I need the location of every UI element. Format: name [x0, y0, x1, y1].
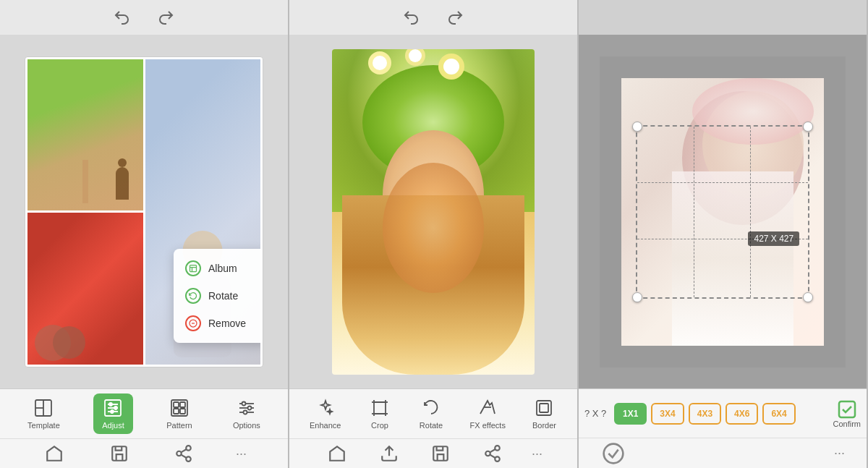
panel3-toolbar: ? X ? 1X1 3X4 4X3 4X6 6X4 Confirm [579, 388, 867, 468]
collage-cell-kid[interactable]: Album Rotate [145, 59, 261, 365]
svg-point-41 [486, 451, 491, 456]
enhance-label: Enhance [310, 421, 341, 430]
home-button[interactable] [41, 441, 67, 467]
save-button[interactable] [106, 441, 132, 467]
panel1-nav [0, 0, 288, 35]
album-icon [185, 260, 201, 276]
template-label: Template [27, 421, 60, 430]
panel2-bottom: ··· [289, 438, 577, 468]
options-tool[interactable]: Options [226, 393, 268, 434]
save-button-2[interactable] [427, 441, 454, 467]
svg-point-8 [114, 407, 117, 409]
svg-point-9 [111, 410, 114, 413]
home-button-2[interactable] [324, 441, 350, 467]
svg-point-40 [495, 446, 501, 451]
template-tool[interactable]: Template [20, 393, 67, 434]
panel1-toolbar: Template Adjust [0, 388, 288, 468]
ratio-3x4[interactable]: 3X4 [651, 403, 684, 425]
pattern-label: Pattern [166, 421, 192, 430]
fx-tool[interactable]: FX effects [463, 393, 513, 434]
undo-button-2[interactable] [399, 6, 422, 29]
ratio-4x6[interactable]: 4X6 [726, 403, 758, 425]
panel2-tools: Enhance Crop [289, 389, 577, 438]
crop-handle-tr[interactable] [803, 122, 813, 132]
panel-1: Album Rotate [0, 0, 289, 468]
svg-rect-13 [174, 409, 179, 414]
context-menu-remove[interactable]: Remove [174, 310, 260, 337]
album-label: Album [208, 263, 237, 274]
crop-size-label: 427 X 427 [748, 231, 799, 246]
svg-rect-45 [839, 401, 855, 417]
collage-area: Album Rotate [25, 56, 263, 367]
fx-label: FX effects [470, 421, 506, 430]
crop-tool[interactable]: Crop [360, 393, 400, 434]
remove-icon [185, 315, 201, 331]
confirm-button[interactable]: Confirm [833, 399, 861, 428]
panel3-bottom: ··· [579, 438, 867, 468]
collage-cell-road[interactable] [27, 59, 143, 211]
ratio-4x3[interactable]: 4X3 [689, 403, 721, 425]
upload-button-2[interactable] [376, 441, 402, 467]
svg-line-43 [490, 455, 495, 458]
panel3-content: 427 X 427 [579, 35, 867, 388]
svg-rect-11 [174, 402, 179, 407]
crop-handle-bl[interactable] [632, 292, 642, 302]
rotate-tool[interactable]: Rotate [412, 393, 451, 434]
panel2-toolbar: Enhance Crop [289, 388, 577, 468]
crop-label: Crop [371, 421, 388, 430]
context-menu: Album Rotate [174, 249, 260, 343]
svg-point-19 [247, 407, 251, 410]
pattern-tool[interactable]: Pattern [159, 393, 199, 434]
redo-button-2[interactable] [444, 6, 467, 29]
svg-point-46 [604, 443, 624, 463]
panel2-nav [289, 0, 577, 35]
undo-button[interactable] [110, 6, 133, 29]
context-menu-rotate[interactable]: Rotate [174, 282, 260, 310]
adjust-tool[interactable]: Adjust [93, 393, 133, 434]
panel2-content [289, 35, 577, 388]
svg-line-25 [182, 455, 187, 458]
ratio-top: ? X ? 1X1 3X4 4X3 4X6 6X4 Confirm [579, 389, 867, 438]
svg-line-26 [182, 449, 187, 452]
crop-overlay: 427 X 427 [636, 125, 809, 299]
ratio-question-label: ? X ? [584, 408, 610, 419]
svg-point-18 [242, 402, 245, 406]
confirm-label: Confirm [833, 420, 861, 428]
more-menu-2[interactable]: ··· [532, 446, 542, 461]
crop-handle-br[interactable] [803, 292, 813, 302]
more-menu[interactable]: ··· [236, 446, 247, 461]
redo-button[interactable] [155, 6, 178, 29]
context-menu-album[interactable]: Album [174, 255, 260, 282]
portrait-photo [332, 49, 535, 375]
rotate-label: Rotate [420, 421, 443, 430]
ratio-6x4[interactable]: 6X4 [762, 403, 795, 425]
crop-area: 427 X 427 [600, 56, 846, 367]
panel1-bottom: ··· [0, 438, 288, 468]
collage-cell-couple[interactable] [27, 213, 143, 365]
border-label: Border [532, 421, 556, 430]
svg-point-7 [109, 403, 112, 406]
panel3-nav [579, 0, 867, 35]
border-tool[interactable]: Border [524, 393, 564, 434]
crop-handle-tl[interactable] [632, 122, 642, 132]
svg-point-23 [177, 451, 182, 456]
share-button-2[interactable] [480, 441, 506, 467]
ratio-1x1[interactable]: 1X1 [614, 403, 647, 425]
svg-point-22 [187, 446, 192, 451]
svg-rect-0 [190, 265, 197, 271]
svg-rect-27 [374, 402, 386, 414]
rotate-label: Rotate [208, 290, 238, 302]
options-label: Options [233, 421, 260, 430]
svg-rect-36 [537, 401, 551, 415]
svg-point-24 [187, 456, 192, 461]
enhance-tool[interactable]: Enhance [302, 393, 348, 434]
svg-rect-37 [540, 404, 548, 412]
check-button[interactable] [600, 441, 626, 467]
panel-3: 427 X 427 ? X ? 1X1 3X4 4X3 4X6 6X4 Conf… [579, 0, 868, 468]
remove-label: Remove [208, 318, 246, 329]
more-menu-3[interactable]: ··· [834, 446, 845, 461]
svg-line-44 [490, 449, 495, 452]
svg-point-20 [243, 411, 247, 414]
share-button[interactable] [171, 441, 197, 467]
adjust-label: Adjust [102, 421, 124, 430]
